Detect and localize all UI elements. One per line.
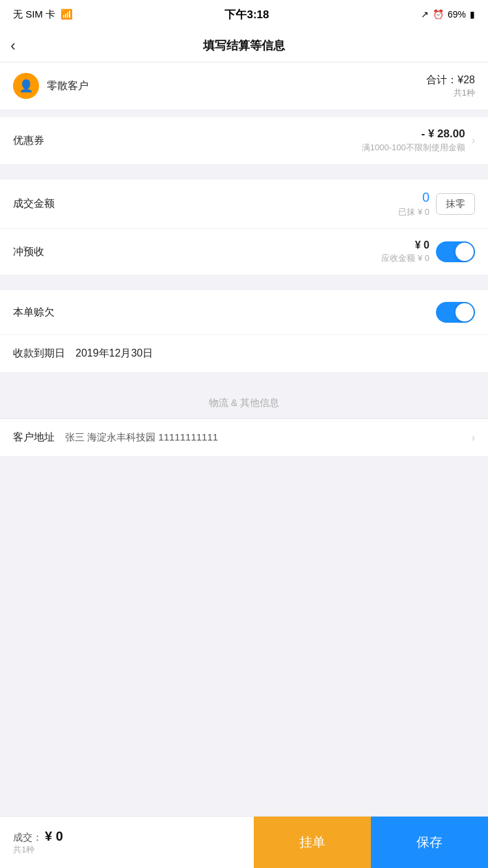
debt-section: 本单赊欠 收款到期日 2019年12月30日 xyxy=(0,290,488,372)
logistics-section-label: 物流 & 其他信息 xyxy=(0,388,488,418)
status-right: ↗ ⏰ 69% ▮ xyxy=(421,9,475,20)
moling-button[interactable]: 抹零 xyxy=(436,193,475,215)
transaction-section: 成交金额 0 已抹 ¥ 0 抹零 冲预收 ¥ 0 应收金额 ¥ 0 xyxy=(0,180,488,275)
customer-section: 👤 零散客户 合计：¥28 共1种 xyxy=(0,62,488,109)
customer-count: 共1种 xyxy=(426,87,475,99)
debt-toggle-knob xyxy=(455,303,474,321)
status-left: 无 SIM 卡 📶 xyxy=(13,8,73,21)
address-chevron-icon: › xyxy=(472,432,475,444)
transaction-sub: 已抹 ¥ 0 xyxy=(398,206,429,218)
no-sim-text: 无 SIM 卡 xyxy=(13,8,55,21)
due-date-value: 2019年12月30日 xyxy=(75,347,153,360)
location-icon: ↗ xyxy=(421,9,429,20)
address-row[interactable]: 客户地址 张三 海淀永丰科技园 11111111111 › xyxy=(0,419,488,456)
coupon-right: - ¥ 28.00 满1000-100不限制使用金额 › xyxy=(362,128,475,154)
address-left: 客户地址 张三 海淀永丰科技园 11111111111 xyxy=(13,431,218,444)
bottom-count: 共1种 xyxy=(13,844,241,856)
battery-text: 69% xyxy=(448,9,466,20)
status-bar: 无 SIM 卡 📶 下午3:18 ↗ ⏰ 69% ▮ xyxy=(0,0,488,29)
debt-toggle[interactable] xyxy=(436,302,475,323)
prepaid-label: 冲预收 xyxy=(13,245,65,259)
coupon-desc: 满1000-100不限制使用金额 xyxy=(362,142,465,154)
transaction-row: 成交金额 0 已抹 ¥ 0 抹零 xyxy=(0,180,488,228)
prepaid-value-col: ¥ 0 应收金额 ¥ 0 xyxy=(381,239,429,264)
bottom-trans-label: 成交： xyxy=(13,832,42,844)
customer-total: 合计：¥28 xyxy=(426,74,475,87)
prepaid-toggle[interactable] xyxy=(436,241,475,262)
wifi-icon: 📶 xyxy=(61,8,73,20)
customer-row[interactable]: 👤 零散客户 合计：¥28 共1种 xyxy=(0,62,488,109)
prepaid-toggle-knob xyxy=(455,243,474,261)
prepaid-value: ¥ 0 xyxy=(381,239,429,251)
coupon-label: 优惠券 xyxy=(13,134,65,148)
debt-row: 本单赊欠 xyxy=(0,290,488,334)
customer-left: 👤 零散客户 xyxy=(13,73,88,99)
transaction-label: 成交金额 xyxy=(13,197,65,211)
alarm-icon: ⏰ xyxy=(433,9,444,20)
back-button[interactable]: ‹ xyxy=(10,36,16,55)
address-value: 张三 海淀永丰科技园 11111111111 xyxy=(65,431,218,444)
transaction-value[interactable]: 0 xyxy=(398,190,429,205)
due-date-label: 收款到期日 xyxy=(13,347,65,360)
coupon-chevron-icon: › xyxy=(472,135,475,146)
coupon-row[interactable]: 优惠券 - ¥ 28.00 满1000-100不限制使用金额 › xyxy=(0,117,488,164)
content: 👤 零散客户 合计：¥28 共1种 优惠券 - ¥ 28.00 满1000-10… xyxy=(0,62,488,522)
prepaid-row: 冲预收 ¥ 0 应收金额 ¥ 0 xyxy=(0,228,488,275)
divider-2 xyxy=(0,282,488,290)
transaction-value-col: 0 已抹 ¥ 0 xyxy=(398,190,429,218)
divider-3 xyxy=(0,380,488,388)
customer-avatar: 👤 xyxy=(13,73,39,99)
customer-name: 零散客户 xyxy=(47,79,88,93)
battery-icon: ▮ xyxy=(470,9,475,20)
avatar-icon: 👤 xyxy=(19,79,33,93)
page-title: 填写结算等信息 xyxy=(203,38,285,53)
coupon-discount: - ¥ 28.00 xyxy=(362,128,465,141)
transaction-right: 0 已抹 ¥ 0 抹零 xyxy=(398,190,475,218)
bottom-left: 成交： ¥ 0 共1种 xyxy=(0,829,254,856)
nav-bar: ‹ 填写结算等信息 xyxy=(0,29,488,62)
save-button[interactable]: 保存 xyxy=(371,817,488,869)
coupon-section: 优惠券 - ¥ 28.00 满1000-100不限制使用金额 › xyxy=(0,117,488,164)
address-section: 客户地址 张三 海淀永丰科技园 11111111111 › xyxy=(0,419,488,456)
coupon-value-col: - ¥ 28.00 满1000-100不限制使用金额 xyxy=(362,128,465,154)
bottom-bar: 成交： ¥ 0 共1种 挂单 保存 xyxy=(0,816,488,868)
bottom-amount: ¥ 0 xyxy=(45,829,63,844)
debt-label: 本单赊欠 xyxy=(13,306,65,319)
hang-button[interactable]: 挂单 xyxy=(254,817,371,869)
divider-1 xyxy=(0,172,488,180)
customer-right: 合计：¥28 共1种 xyxy=(426,74,475,99)
status-time: 下午3:18 xyxy=(224,7,269,22)
prepaid-sub: 应收金额 ¥ 0 xyxy=(381,252,429,264)
address-label: 客户地址 xyxy=(13,431,55,444)
prepaid-right: ¥ 0 应收金额 ¥ 0 xyxy=(381,239,475,264)
due-date-row[interactable]: 收款到期日 2019年12月30日 xyxy=(0,334,488,372)
